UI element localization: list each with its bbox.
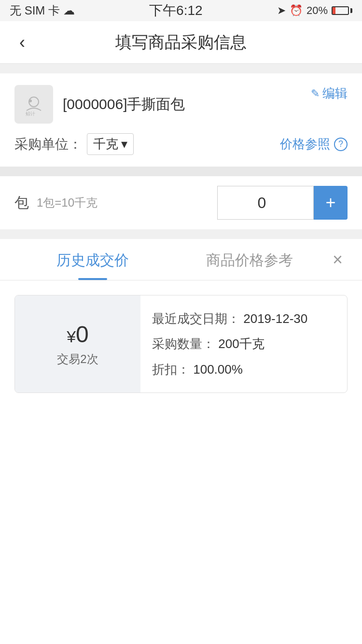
product-thumbnail: 鲸计 — [14, 85, 53, 124]
battery-percent: 20% — [306, 4, 328, 17]
currency-symbol: ¥ — [67, 327, 76, 346]
status-left: 无 SIM 卡 ☁ — [10, 3, 75, 18]
purchase-qty-label: 采购数量： — [152, 336, 215, 351]
price-ref-label: 价格参照 — [280, 136, 330, 153]
edit-icon: ✎ — [311, 87, 320, 100]
chevron-down-icon: ▾ — [121, 137, 127, 152]
tabs-header: 历史成交价 商品价格参考 × — [0, 239, 362, 280]
purchase-qty-row: 采购数量： 200千克 — [152, 335, 335, 352]
page-bottom — [0, 407, 362, 644]
battery-indicator — [332, 6, 352, 15]
price-number: 0 — [76, 322, 89, 347]
location-icon: ➤ — [277, 4, 286, 17]
nav-bar: ‹ 填写商品采购信息 — [0, 21, 362, 64]
alarm-icon: ⏰ — [290, 4, 303, 17]
tab-close-button[interactable]: × — [328, 246, 348, 273]
history-card: ¥0 交易2次 最近成交日期： 2019-12-30 采购数量： 200千克 折… — [14, 295, 348, 393]
trade-count: 交易2次 — [57, 351, 98, 367]
history-details-section: 最近成交日期： 2019-12-30 采购数量： 200千克 折扣： 100.0… — [140, 295, 347, 392]
tabs-panel: 历史成交价 商品价格参考 × ¥0 交易2次 最近成交日期： 2019-12-3… — [0, 239, 362, 407]
package-conversion: 1包=10千克 — [37, 195, 97, 210]
quantity-input[interactable] — [217, 186, 314, 220]
history-price-value: ¥0 — [67, 321, 89, 348]
status-time: 下午6:12 — [149, 1, 203, 20]
discount-value: 100.00% — [193, 362, 243, 377]
quantity-control: + — [217, 186, 348, 220]
discount-row: 折扣： 100.00% — [152, 361, 335, 378]
product-bottom: 采购单位： 千克 ▾ 价格参照 ? — [14, 133, 348, 155]
recent-date-value: 2019-12-30 — [243, 311, 307, 326]
discount-label: 折扣： — [152, 362, 190, 377]
quantity-plus-button[interactable]: + — [314, 186, 348, 220]
tab-content: ¥0 交易2次 最近成交日期： 2019-12-30 采购数量： 200千克 折… — [0, 280, 362, 407]
product-top: 鲸计 [0000006]手撕面包 ✎ 编辑 — [14, 85, 348, 124]
edit-label: 编辑 — [322, 85, 348, 102]
recent-date-label: 最近成交日期： — [152, 311, 240, 326]
svg-text:鲸计: 鲸计 — [26, 111, 35, 116]
status-bar: 无 SIM 卡 ☁ 下午6:12 ➤ ⏰ 20% — [0, 0, 362, 21]
tab-history-price[interactable]: 历史成交价 — [14, 239, 171, 280]
status-right: ➤ ⏰ 20% — [277, 4, 352, 17]
unit-label: 采购单位： 千克 ▾ — [14, 133, 134, 155]
history-price-section: ¥0 交易2次 — [15, 295, 140, 392]
package-icon: 包 — [14, 193, 29, 213]
svg-point-1 — [29, 99, 32, 102]
price-ref-button[interactable]: 价格参照 ? — [280, 136, 348, 153]
product-card: 鲸计 [0000006]手撕面包 ✎ 编辑 采购单位： 千克 ▾ 价格参照 ? — [0, 73, 362, 167]
signal-text: 无 SIM 卡 ☁ — [10, 3, 75, 18]
purchase-qty-value: 200千克 — [218, 336, 264, 351]
recent-date-row: 最近成交日期： 2019-12-30 — [152, 310, 335, 327]
edit-button[interactable]: ✎ 编辑 — [311, 85, 348, 102]
unit-select[interactable]: 千克 ▾ — [87, 133, 134, 155]
unit-value: 千克 — [93, 136, 118, 153]
help-icon: ? — [334, 138, 348, 151]
unit-text: 采购单位： — [14, 135, 82, 154]
tab-product-price-ref[interactable]: 商品价格参考 — [171, 239, 327, 280]
product-left: 鲸计 [0000006]手撕面包 — [14, 85, 185, 124]
section-divider — [0, 167, 362, 176]
quantity-label: 包 1包=10千克 — [14, 193, 97, 213]
page-title: 填写商品采购信息 — [115, 31, 247, 54]
product-name: [0000006]手撕面包 — [63, 95, 185, 114]
quantity-row: 包 1包=10千克 + — [0, 176, 362, 229]
back-button[interactable]: ‹ — [14, 28, 30, 57]
